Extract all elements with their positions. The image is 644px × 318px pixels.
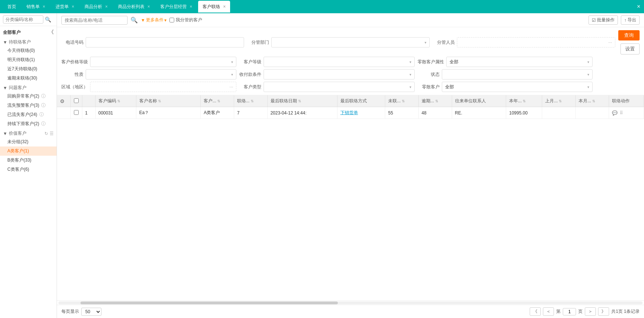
refresh-icon[interactable]: ↻ <box>44 131 48 136</box>
sidebar-item-overdue[interactable]: 逾期未联络(30) <box>0 74 57 83</box>
sidebar-item-repurchase-abnormal[interactable]: 回购异常客户(2) ⓘ <box>0 92 57 101</box>
filter-status-label: 状态 <box>418 71 440 78</box>
filter-manager-select[interactable]: ··· <box>457 37 615 47</box>
th-contact[interactable]: 联络... ⇅ <box>234 95 267 107</box>
nav-close-purchase[interactable]: × <box>72 4 74 9</box>
scrollbar-thumb[interactable] <box>80 301 338 304</box>
query-button[interactable]: 查询 <box>618 30 640 40</box>
td-this-month-1 <box>576 107 609 119</box>
filter-phone-label: 电话号码 <box>61 39 83 46</box>
filter-dept-select[interactable]: ▾ <box>271 37 430 47</box>
filter-retail-attr-select[interactable]: 全部 ▾ <box>446 57 593 67</box>
th-type[interactable]: 客户... ⇅ <box>201 95 234 107</box>
sidebar-all-customers[interactable]: 全部客户 《 <box>0 26 57 37</box>
first-page-button[interactable]: 《 <box>530 307 541 316</box>
sidebar-item-churned[interactable]: 已流失客户(24) ⓘ <box>0 110 57 119</box>
sidebar-item-class-c[interactable]: C类客户(6) <box>0 165 57 174</box>
filter-dept-arrow: ▾ <box>425 40 426 45</box>
th-last-date[interactable]: 最后联络日期 ⇅ <box>267 95 337 107</box>
nav-home[interactable]: 首页 <box>3 1 21 13</box>
filter-customer-type: 客户类型 ▾ <box>239 82 414 92</box>
sidebar-item-today[interactable]: 今天待联络(0) <box>0 46 57 55</box>
sort-overdue-icon: ⇅ <box>435 99 438 103</box>
td-name-1[interactable]: Ea？ <box>136 107 201 119</box>
filter-customer-type-select[interactable]: ▾ <box>264 82 414 92</box>
th-code[interactable]: 客户编码 ⇅ <box>95 95 136 107</box>
sort-contact-icon: ⇅ <box>251 99 254 103</box>
th-no-contact[interactable]: 未联... ⇅ <box>385 95 419 107</box>
sidebar-item-tomorrow[interactable]: 明天待联络(1) <box>0 55 57 64</box>
page-number-input[interactable] <box>563 308 576 315</box>
my-customers-checkbox-label[interactable]: 我分管的客户 <box>169 17 202 23</box>
sidebar-item-class-b[interactable]: B类客户(33) <box>0 156 57 165</box>
td-actions-1: 💬 ⠿ <box>609 107 644 119</box>
table-gear-icon[interactable]: ⚙ <box>60 98 65 104</box>
page-size-select[interactable]: 50 20 100 <box>81 308 101 316</box>
sidebar-item-declining[interactable]: 持续下滑客户(2) ⓘ <box>0 119 57 128</box>
add-group-icon[interactable]: ☰ <box>50 131 54 136</box>
filter-phone-input[interactable] <box>86 37 244 47</box>
nav-customer-segment[interactable]: 客户分层经营 × <box>156 1 197 13</box>
row-checkbox-1[interactable] <box>74 110 79 115</box>
nav-close-analysis-list[interactable]: × <box>147 4 150 9</box>
batch-operation-button[interactable]: ☑ 批量操作 <box>588 15 618 25</box>
nav-analysis[interactable]: 商品分析 × <box>80 1 112 13</box>
filter-customer-type-arrow: ▾ <box>409 85 411 89</box>
filter-search-button[interactable]: 🔍 <box>130 17 138 24</box>
sidebar-section-problem[interactable]: ▼ 问题客户 <box>0 83 57 92</box>
table-check-all[interactable] <box>74 98 79 103</box>
filter-payment-select[interactable]: ▾ <box>264 69 414 80</box>
sidebar-search-icon[interactable]: 🔍 <box>45 17 51 22</box>
td-code-1[interactable]: 000031 <box>95 107 136 119</box>
filter-more-button[interactable]: ▼ 更多条件 ▾ <box>141 17 167 23</box>
sidebar-item-class-a[interactable]: A类客户(1) <box>0 146 57 156</box>
th-this-month[interactable]: 本月... ⇅ <box>576 95 609 107</box>
nav-close-sales[interactable]: × <box>43 4 45 9</box>
filter-retail-select[interactable]: 全部 ▾ <box>442 82 593 92</box>
th-overdue[interactable]: 逾期... ⇅ <box>418 95 452 107</box>
sidebar-section-value: ▼ 价值客户 ↻ ☰ <box>0 128 57 137</box>
nav-customer-contact[interactable]: 客户联络 × <box>198 1 230 13</box>
filter-region-select[interactable]: ··· <box>90 82 236 92</box>
sidebar-collapse-icon[interactable]: 《 <box>49 29 54 36</box>
settings-button[interactable]: 设置 <box>620 43 640 54</box>
nav-purchase[interactable]: 进货单 × <box>51 1 79 13</box>
th-seq <box>82 95 95 107</box>
sidebar-item-7days[interactable]: 近7天待联络(0) <box>0 64 57 74</box>
sidebar-section-pending[interactable]: ▼ 待联络客户 <box>0 37 57 46</box>
td-last-method-1[interactable]: 下销货单 <box>337 107 385 119</box>
nav-sales[interactable]: 销售单 × <box>22 1 50 13</box>
filter-customer-level-arrow: ▾ <box>409 60 411 64</box>
nav-close-analysis[interactable]: × <box>105 4 108 9</box>
my-customers-checkbox[interactable] <box>169 18 174 22</box>
last-page-button[interactable]: 》 <box>598 307 609 316</box>
th-this-year[interactable]: 本年... ⇅ <box>506 95 542 107</box>
filter-dept: 分管部门 ▾ <box>247 37 430 47</box>
export-button[interactable]: ↑ 导出 <box>621 15 640 25</box>
filter-price-level-select[interactable]: ▾ <box>90 57 236 67</box>
filter-customer-level-select[interactable]: ▾ <box>264 57 414 67</box>
th-name[interactable]: 客户名称 ⇅ <box>136 95 201 107</box>
prev-page-button[interactable]: ＜ <box>543 307 554 316</box>
sidebar-item-unclassified[interactable]: 未分组(32) <box>0 137 57 146</box>
filter-nature-select[interactable]: ▾ <box>86 69 236 80</box>
next-page-button[interactable]: ＞ <box>585 307 596 316</box>
nav-close-customer-segment[interactable]: × <box>190 4 192 9</box>
export-icon: ↑ <box>624 18 626 23</box>
horizontal-scrollbar[interactable] <box>57 300 644 305</box>
nav-analysis-list[interactable]: 商品分析列表 × <box>114 1 154 13</box>
th-last-month[interactable]: 上月... ⇅ <box>542 95 576 107</box>
sort-no-contact-icon: ⇅ <box>402 99 405 103</box>
row-action-icons: 💬 ⠿ <box>612 110 641 116</box>
sidebar-search-input[interactable] <box>3 15 43 24</box>
sidebar-item-churn-warning[interactable]: 流失预警客户(3) ⓘ <box>0 101 57 110</box>
window-close-icon[interactable]: × <box>637 3 640 10</box>
filter-search-input[interactable] <box>61 16 128 25</box>
sidebar-problem-arrow: ▼ <box>3 85 7 91</box>
chat-action-icon[interactable]: 💬 <box>612 110 618 116</box>
more-action-icon[interactable]: ⠿ <box>620 110 623 116</box>
td-overdue-1: 48 <box>418 107 452 119</box>
nav-close-customer-contact[interactable]: × <box>223 4 226 9</box>
sidebar-value-left[interactable]: ▼ 价值客户 <box>3 130 26 137</box>
filter-status-select[interactable]: ▾ <box>442 69 593 80</box>
